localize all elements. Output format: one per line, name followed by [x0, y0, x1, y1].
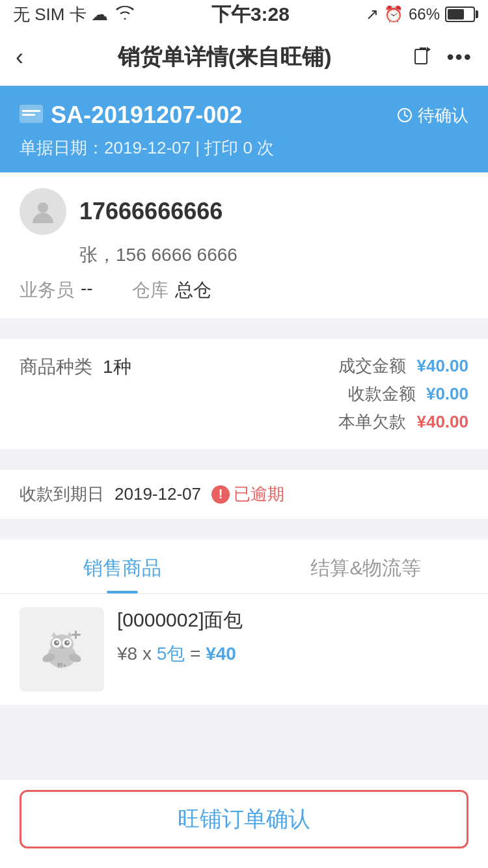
tabs: 销售商品 结算&物流等 — [0, 539, 488, 594]
order-id: SA-20191207-002 — [20, 102, 242, 129]
more-icon[interactable]: ••• — [446, 45, 472, 69]
separator-3 — [0, 529, 488, 539]
balance-due-label: 本单欠款 — [338, 411, 406, 433]
warehouse-value: 总仓 — [175, 278, 211, 303]
order-date: 单据日期：2019-12-07 | 打印 0 次 — [20, 137, 468, 159]
sales-rep-value: -- — [81, 278, 93, 303]
order-header: SA-20191207-002 待确认 单据日期：2019-12-07 | 打印… — [0, 86, 488, 172]
due-date-card: 收款到期日 2019-12-07 ! 已逾期 — [0, 470, 488, 519]
product-thumbnail: 野+ — [20, 607, 104, 692]
status-time: 下午3:28 — [211, 1, 290, 28]
payment-amount-label: 收款金额 — [348, 383, 416, 405]
due-date-label: 收款到期日 — [20, 483, 104, 506]
overdue-icon: ! — [211, 485, 230, 504]
status-right: ↗ ⏰ 66% — [366, 5, 475, 23]
sales-rep-label: 业务员 — [20, 278, 74, 303]
nav-actions: ••• — [413, 44, 472, 70]
customer-name: 张，156 6666 6666 — [79, 243, 468, 267]
back-button[interactable]: ‹ — [16, 44, 23, 71]
product-name: [0000002]面包 — [117, 607, 468, 634]
svg-point-13 — [67, 641, 69, 643]
product-price: ¥8 x 5包 = ¥40 — [117, 642, 468, 666]
due-date-value: 2019-12-07 — [115, 484, 201, 504]
wifi-icon — [115, 5, 135, 25]
location-icon: ↗ — [366, 5, 379, 23]
battery-icon — [445, 7, 475, 22]
svg-rect-0 — [415, 49, 427, 64]
equals: = — [185, 644, 206, 664]
sim-label: 无 SIM 卡 ☁ — [13, 3, 108, 26]
price-prefix: ¥8 x — [117, 644, 157, 664]
customer-meta: 业务员 -- 仓库 总仓 — [20, 278, 468, 303]
svg-point-5 — [38, 202, 48, 213]
product-list: 野+ [0000002]面包 ¥8 x 5包 = ¥40 — [0, 594, 488, 705]
status-bar: 无 SIM 卡 ☁ 下午3:28 ↗ ⏰ 66% — [0, 0, 488, 29]
confirm-order-button[interactable]: 旺铺订单确认 — [20, 790, 468, 848]
product-total: ¥40 — [206, 644, 236, 664]
order-status: 待确认 — [397, 104, 468, 127]
svg-rect-2 — [22, 110, 40, 112]
svg-point-12 — [57, 641, 59, 643]
overdue-badge: ! 已逾期 — [211, 483, 284, 506]
status-left: 无 SIM 卡 ☁ — [13, 3, 135, 26]
nav-bar: ‹ 销货单详情(来自旺铺) ••• — [0, 29, 488, 86]
separator-1 — [0, 329, 488, 339]
svg-marker-16 — [66, 632, 72, 638]
warehouse-label: 仓库 — [132, 278, 169, 303]
tab-underline — [107, 591, 138, 593]
product-types-label: 商品种类 — [20, 355, 92, 379]
separator-2 — [0, 459, 488, 470]
transaction-amount-value: ¥40.00 — [416, 356, 468, 376]
balance-due-value: ¥40.00 — [416, 412, 468, 432]
product-item: 野+ [0000002]面包 ¥8 x 5包 = ¥40 — [20, 607, 468, 692]
svg-rect-20 — [75, 631, 77, 639]
product-info: [0000002]面包 ¥8 x 5包 = ¥40 — [117, 607, 468, 666]
overdue-text: 已逾期 — [234, 483, 284, 506]
battery-percent: 66% — [409, 5, 440, 23]
summary-card: 商品种类 1种 成交金额 ¥40.00 收款金额 ¥0.00 本单欠款 ¥40.… — [0, 339, 488, 449]
customer-phone: 17666666666 — [79, 198, 223, 225]
customer-card: 17666666666 张，156 6666 6666 业务员 -- 仓库 总仓 — [0, 172, 488, 318]
svg-marker-15 — [51, 632, 57, 638]
order-icon — [20, 103, 43, 128]
page-title: 销货单详情(来自旺铺) — [36, 42, 413, 72]
tab-settlement[interactable]: 结算&物流等 — [244, 539, 488, 593]
avatar — [20, 188, 66, 235]
tab-sales-products[interactable]: 销售商品 — [0, 539, 244, 593]
payment-amount-value: ¥0.00 — [426, 384, 468, 404]
svg-text:野+: 野+ — [57, 662, 66, 669]
alarm-icon: ⏰ — [384, 5, 403, 23]
transaction-amount-label: 成交金额 — [338, 355, 406, 377]
product-qty: 5包 — [157, 644, 185, 664]
share-icon[interactable] — [413, 44, 433, 70]
product-types-value: 1种 — [103, 355, 131, 379]
bottom-bar: 旺铺订单确认 — [0, 779, 488, 868]
svg-rect-3 — [22, 114, 35, 116]
